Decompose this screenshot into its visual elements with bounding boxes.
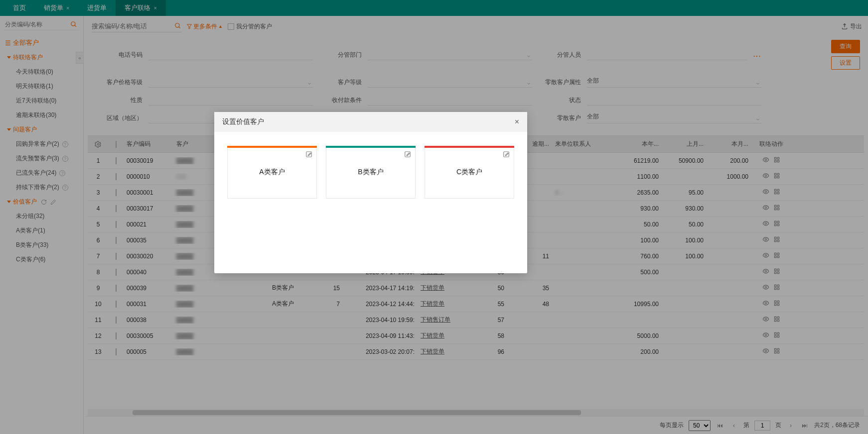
edit-icon[interactable] xyxy=(503,150,510,158)
card-b-label: B类客户 xyxy=(358,168,383,177)
card-c[interactable]: C类客户 xyxy=(425,146,514,199)
card-c-label: C类客户 xyxy=(456,168,482,177)
modal-title: 设置价值客户 xyxy=(222,117,264,126)
value-customer-modal: 设置价值客户 × A类客户 B类客户 C类客户 xyxy=(214,112,527,273)
modal-close-button[interactable]: × xyxy=(515,117,519,126)
card-b[interactable]: B类客户 xyxy=(326,146,416,199)
edit-icon[interactable] xyxy=(305,150,312,158)
card-a[interactable]: A类客户 xyxy=(227,146,317,199)
card-a-label: A类客户 xyxy=(259,168,285,177)
edit-icon[interactable] xyxy=(404,150,411,158)
